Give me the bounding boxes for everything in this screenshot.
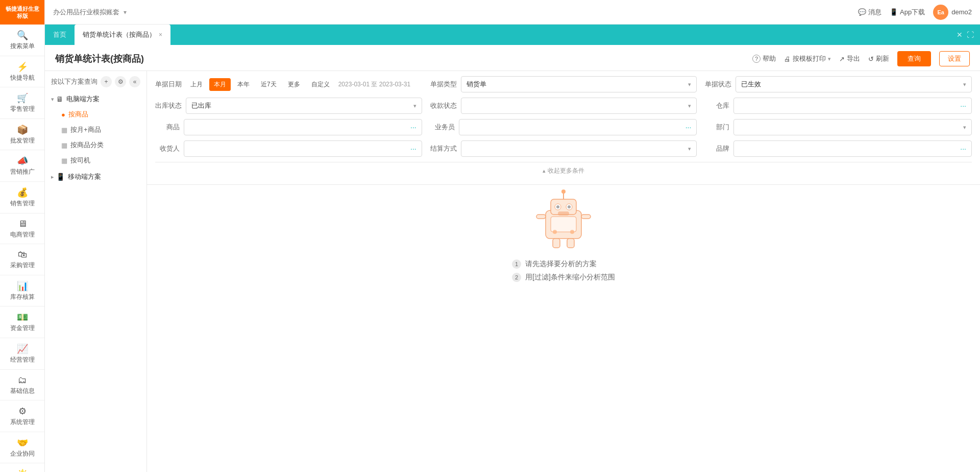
- date-btn-thisyear[interactable]: 本年: [233, 78, 254, 91]
- sidebar-item-sales[interactable]: 💰 销售管理: [0, 182, 44, 214]
- doc-type-select[interactable]: 销货单 ▾: [461, 76, 697, 92]
- template-print-btn[interactable]: 🖨 按模板打印 ▾: [784, 54, 831, 63]
- pc-section-label: 电脑端方案: [66, 95, 100, 104]
- sidebar-item-finance[interactable]: 💵 资金管理: [0, 306, 44, 338]
- sidebar-item-operations[interactable]: 📈 经营管理: [0, 338, 44, 370]
- page-top-actions: ? 帮助 🖨 按模板打印 ▾ ↗ 导出 ↺ 刷新 查询 设置: [752, 51, 970, 66]
- sidebar-item-quicknav[interactable]: ⚡ 快捷导航: [0, 56, 44, 88]
- scheme-item-bymonthgoods-label: 按月+商品: [70, 125, 101, 134]
- export-btn[interactable]: ↗ 导出: [839, 54, 860, 63]
- svg-rect-12: [536, 215, 546, 219]
- brand-input[interactable]: ···: [733, 140, 972, 157]
- sidebar-item-inventory[interactable]: 📊 库存核算: [0, 275, 44, 307]
- scheme-item-bygoods[interactable]: ● 按商品: [45, 107, 146, 122]
- svg-point-7: [561, 190, 566, 194]
- warehouse-field: 仓库 ···: [705, 98, 972, 114]
- refresh-label: 刷新: [876, 54, 889, 63]
- dept-chevron: ▾: [963, 124, 966, 131]
- scheme-item-bycategory[interactable]: ▦ 按商品分类: [45, 137, 146, 153]
- date-btn-lastmonth[interactable]: 上月: [186, 78, 207, 91]
- sales-icon: 💰: [17, 187, 28, 198]
- breadcrumb-dropdown-icon[interactable]: ▾: [124, 9, 127, 16]
- inventory-icon: 📊: [17, 280, 28, 292]
- tab-close-icon[interactable]: ×: [159, 31, 162, 38]
- sidebar-item-ecommerce[interactable]: 🖥 电商管理: [0, 214, 44, 245]
- dept-select[interactable]: ▾: [733, 119, 972, 135]
- sidebar-item-cooperation[interactable]: 🤝 企业协同: [0, 432, 44, 464]
- goods-dots[interactable]: ···: [410, 123, 416, 131]
- settle-label: 结算方式: [430, 144, 461, 153]
- sidebar-item-purchase[interactable]: 🛍 采购管理: [0, 244, 44, 275]
- goods-input[interactable]: ···: [184, 119, 422, 135]
- sidebar-item-wholesale[interactable]: 📦 批发管理: [0, 119, 44, 151]
- win-maximize-icon[interactable]: ⛶: [967, 31, 974, 39]
- date-btn-7days[interactable]: 近7天: [256, 78, 281, 91]
- warehouse-dots[interactable]: ···: [960, 102, 966, 110]
- sidebar-item-marketing[interactable]: 📣 营销推广: [0, 150, 44, 182]
- sidebar-retail-label: 零售管理: [10, 105, 35, 113]
- scheme-add-btn[interactable]: +: [101, 76, 112, 87]
- svg-rect-13: [581, 215, 591, 219]
- export-icon: ↗: [839, 55, 845, 63]
- sidebar-item-search[interactable]: 🔍 搜索菜单: [0, 25, 44, 56]
- brand-dots[interactable]: ···: [960, 145, 966, 153]
- export-label: 导出: [847, 54, 860, 63]
- sidebar-item-newguide[interactable]: 🌟 新手引导: [0, 463, 44, 472]
- collapse-bar[interactable]: ▴ 收起更多条件: [155, 162, 972, 179]
- right-filter: 单据日期 上月 本月 本年 近7天 更多 自定义 2023-03-01 至 20…: [147, 71, 980, 185]
- date-btn-more[interactable]: 更多: [283, 78, 305, 91]
- doc-status-select[interactable]: 已生效 ▾: [736, 76, 972, 92]
- sidebar-item-retail[interactable]: 🛒 零售管理: [0, 87, 44, 119]
- avatar: Ea: [933, 5, 948, 20]
- sidebar-item-system[interactable]: ⚙ 系统管理: [0, 400, 44, 432]
- sidebar-cooperation-label: 企业协同: [10, 450, 35, 458]
- receiver-field: 收货人 ···: [155, 140, 422, 157]
- sidebar: 畅捷通好生意 标版 🔍 搜索菜单 ⚡ 快捷导航 🛒 零售管理 📦 批发管理 📣 …: [0, 0, 45, 472]
- finance-icon: 💵: [17, 312, 28, 323]
- tab-active[interactable]: 销货单统计表（按商品） ×: [75, 25, 170, 45]
- svg-rect-8: [558, 211, 569, 216]
- settle-select[interactable]: ▾: [461, 140, 697, 157]
- doc-type-field: 单据类型 销货单 ▾: [430, 76, 697, 92]
- date-btn-custom[interactable]: 自定义: [307, 78, 334, 91]
- scheme-settings-btn[interactable]: ⚙: [115, 76, 126, 87]
- scheme-item-bydriver[interactable]: ▦ 按司机: [45, 153, 146, 168]
- scheme-section-header-pc[interactable]: ▾ 🖥 电脑端方案: [45, 91, 146, 107]
- newguide-icon: 🌟: [17, 468, 28, 472]
- top-header: 办公用品行业模拟账套 ▾ 💬 消息 📱 App下载 Ea demo2: [45, 0, 980, 25]
- doc-type-value: 销货单: [467, 80, 486, 89]
- message-btn[interactable]: 💬 消息: [858, 8, 881, 17]
- main-body: 按以下方案查询 + ⚙ « ▾ 🖥 电脑端方案 ●: [45, 71, 980, 472]
- scheme-item-bymonthgoods[interactable]: ▦ 按月+商品: [45, 122, 146, 137]
- scheme-section-header-mobile[interactable]: ▸ 📱 移动端方案: [45, 169, 146, 184]
- salesman-input[interactable]: ···: [459, 119, 697, 135]
- print-dropdown-icon: ▾: [828, 56, 831, 62]
- tab-bar: 首页 销货单统计表（按商品） × ✕ ⛶: [45, 25, 980, 45]
- bygoods-icon: ●: [61, 111, 65, 119]
- doc-status-label: 单据状态: [705, 80, 736, 89]
- win-close-icon[interactable]: ✕: [957, 31, 963, 39]
- print-icon: 🖨: [784, 55, 791, 63]
- refresh-btn[interactable]: ↺ 刷新: [868, 54, 889, 63]
- receiver-dots[interactable]: ···: [410, 145, 416, 153]
- content-area: 销货单统计表(按商品) ? 帮助 🖨 按模板打印 ▾ ↗ 导出 ↺ 刷新: [45, 45, 980, 472]
- bydriver-icon: ▦: [61, 157, 67, 164]
- tab-home[interactable]: 首页: [45, 25, 75, 45]
- sidebar-item-basics[interactable]: 🗂 基础信息: [0, 370, 44, 401]
- warehouse-select[interactable]: ···: [733, 98, 972, 114]
- wholesale-icon: 📦: [17, 124, 28, 135]
- settings-button[interactable]: 设置: [939, 51, 970, 66]
- help-btn[interactable]: ? 帮助: [752, 54, 776, 63]
- collect-status-select[interactable]: ▾: [461, 98, 697, 114]
- app-download-btn[interactable]: 📱 App下载: [890, 8, 925, 17]
- salesman-dots[interactable]: ···: [685, 123, 692, 131]
- out-status-label: 出库状态: [155, 101, 186, 110]
- collapse-label: 收起更多条件: [548, 167, 584, 175]
- user-area[interactable]: Ea demo2: [933, 5, 972, 20]
- receiver-input[interactable]: ···: [184, 140, 422, 157]
- query-button[interactable]: 查询: [897, 51, 931, 66]
- out-status-select[interactable]: 已出库 ▾: [186, 98, 422, 114]
- sidebar-operations-label: 经营管理: [10, 356, 35, 364]
- date-btn-thismonth[interactable]: 本月: [209, 78, 231, 91]
- scheme-collapse-btn[interactable]: «: [129, 76, 140, 87]
